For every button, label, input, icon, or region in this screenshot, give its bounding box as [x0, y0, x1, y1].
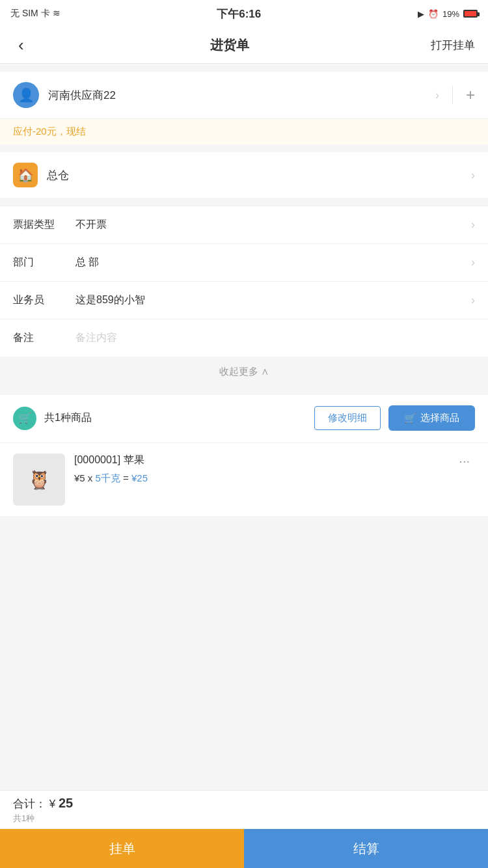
page-title: 进货单 — [210, 36, 249, 54]
product-thumbnail: 🦉 — [13, 454, 65, 506]
back-button[interactable]: ‹ — [13, 30, 29, 61]
summary-amount: 25 — [59, 796, 73, 810]
battery-icon — [463, 10, 478, 18]
summary-currency: ¥ — [49, 798, 55, 810]
alarm-icon: ⏰ — [428, 9, 439, 19]
total-price: ¥25 — [131, 472, 148, 483]
salesperson-row[interactable]: 业务员 这是859的小智 › — [0, 281, 488, 319]
bottom-spacer — [0, 516, 488, 594]
summary-total: 合计： ¥ 25 — [13, 796, 475, 811]
product-name: [0000001] 苹果 — [74, 454, 454, 467]
payment-notice: 应付-20元，现结 — [0, 119, 488, 144]
product-code: [0000001] — [74, 454, 120, 465]
product-info: [0000001] 苹果 ¥5 x 5千克 = ¥25 — [74, 454, 454, 485]
product-price: ¥5 x 5千克 = ¥25 — [74, 472, 454, 485]
supplier-avatar: 👤 — [13, 82, 39, 108]
supplier-chevron-icon: › — [435, 88, 439, 102]
settle-button[interactable]: 结算 — [244, 829, 488, 868]
house-icon: 🏠 — [18, 167, 34, 183]
remark-input[interactable]: 备注内容 — [75, 331, 475, 345]
multiply-sign: x — [88, 472, 96, 483]
invoice-type-row[interactable]: 票据类型 不开票 › — [0, 206, 488, 243]
dept-chevron-icon: › — [471, 256, 475, 269]
section-gap-2 — [0, 144, 488, 152]
section-gap-1 — [0, 64, 488, 72]
equals-sign: = — [123, 472, 131, 483]
dept-row[interactable]: 部门 总 部 › — [0, 243, 488, 281]
product-title: 苹果 — [124, 454, 144, 465]
sales-chevron-icon: › — [471, 293, 475, 307]
warehouse-row[interactable]: 🏠 总仓 › — [0, 152, 488, 198]
section-gap-4 — [0, 387, 488, 395]
product-count: 共1种商品 — [44, 411, 314, 425]
product-owl-icon: 🦉 — [28, 469, 51, 491]
action-bar: 挂单 结算 — [0, 829, 488, 868]
select-product-icon: 🛒 — [404, 413, 416, 424]
dept-label: 部门 — [13, 256, 65, 269]
supplier-name: 河南供应商22 — [48, 88, 435, 103]
status-right: ▶ ⏰ 19% — [418, 9, 478, 19]
remark-label: 备注 — [13, 331, 65, 345]
warehouse-section: 🏠 总仓 › — [0, 152, 488, 198]
location-icon: ▶ — [418, 9, 424, 19]
nav-bar: ‹ 进货单 打开挂单 — [0, 27, 488, 64]
price-unit: ¥5 — [74, 472, 85, 483]
product-header: 🛒 共1种商品 修改明细 🛒 选择商品 — [0, 395, 488, 441]
supplier-section: 👤 河南供应商22 › + 应付-20元，现结 — [0, 72, 488, 144]
form-section: 票据类型 不开票 › 部门 总 部 › 业务员 这是859的小智 › 备注 备注… — [0, 206, 488, 357]
product-section: 🛒 共1种商品 修改明细 🛒 选择商品 🦉 [0000001] 苹果 ¥5 x … — [0, 395, 488, 516]
sales-value: 这是859的小智 — [75, 293, 471, 307]
status-time: 下午6:16 — [217, 7, 261, 21]
invoice-value: 不开票 — [75, 218, 471, 232]
remark-row[interactable]: 备注 备注内容 — [0, 319, 488, 357]
quantity: 5千克 — [96, 472, 120, 483]
edit-detail-button[interactable]: 修改明细 — [314, 406, 381, 430]
section-gap-3 — [0, 198, 488, 206]
hang-order-button[interactable]: 挂单 — [0, 829, 244, 868]
bottom-area: 合计： ¥ 25 共1种 挂单 结算 — [0, 790, 488, 868]
open-hang-button[interactable]: 打开挂单 — [431, 38, 475, 53]
summary-bar: 合计： ¥ 25 共1种 — [0, 790, 488, 829]
product-more-button[interactable]: ··· — [454, 454, 475, 468]
select-product-label: 选择商品 — [420, 412, 459, 424]
select-product-button[interactable]: 🛒 选择商品 — [388, 405, 475, 431]
avatar-icon: 👤 — [18, 87, 34, 103]
summary-count: 共1种 — [13, 813, 475, 824]
battery-text: 19% — [442, 9, 459, 19]
product-item: 🦉 [0000001] 苹果 ¥5 x 5千克 = ¥25 ··· — [0, 442, 488, 516]
sales-label: 业务员 — [13, 293, 65, 307]
dept-value: 总 部 — [75, 256, 471, 269]
supplier-row[interactable]: 👤 河南供应商22 › + — [0, 72, 488, 119]
collapse-bar[interactable]: 收起更多 ∧ — [0, 357, 488, 387]
warehouse-chevron-icon: › — [471, 169, 475, 182]
summary-label: 合计： — [13, 798, 46, 810]
invoice-chevron-icon: › — [471, 218, 475, 232]
product-cart-icon: 🛒 — [13, 407, 36, 430]
status-bar: 无 SIM 卡 ≋ 下午6:16 ▶ ⏰ 19% — [0, 0, 488, 27]
invoice-label: 票据类型 — [13, 218, 65, 232]
warehouse-icon: 🏠 — [13, 163, 38, 187]
cart-icon: 🛒 — [18, 412, 31, 424]
warehouse-name: 总仓 — [47, 168, 471, 183]
status-left: 无 SIM 卡 ≋ — [10, 8, 61, 20]
add-supplier-button[interactable]: + — [452, 86, 475, 104]
